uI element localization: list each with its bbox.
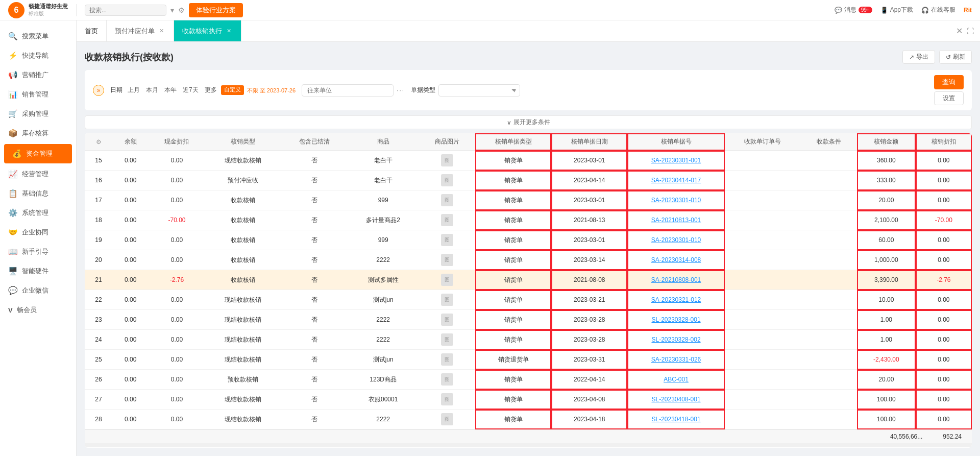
cell-doc-no[interactable]: ABC-001: [627, 370, 724, 390]
top-search-input[interactable]: [85, 5, 166, 16]
message-area[interactable]: 💬 消息 99+: [835, 6, 872, 14]
cell-doc-no[interactable]: SA-20210808-001: [627, 270, 724, 290]
cell-include-settled: 否: [281, 270, 348, 290]
cell-doc-date: 2023-03-01: [551, 230, 627, 250]
sidebar-item-guide-label: 新手引导: [22, 247, 48, 256]
table-header-row: ⚙ 余额 现金折扣 核销类型 包含已结清 商品 商品图片 核销单据类型 核销单据…: [85, 133, 972, 151]
doctype-filter-select[interactable]: 销货单 销货退货单: [438, 84, 520, 97]
sidebar-item-marketing[interactable]: 📢 营销推广: [0, 65, 76, 85]
cell-receipt-order-no: [725, 190, 801, 210]
cell-id: 19: [85, 230, 112, 250]
receipt-cancel-tab-close[interactable]: ✕: [225, 27, 233, 35]
prepay-tab-close[interactable]: ✕: [158, 27, 165, 35]
cell-doc-no[interactable]: SL-20230328-002: [627, 330, 724, 350]
cell-doc-no[interactable]: SA-20230301-001: [627, 151, 724, 171]
cell-doc-no[interactable]: SA-20230414-017: [627, 171, 724, 190]
tab-home[interactable]: 首页: [77, 20, 107, 41]
sidebar-item-finance[interactable]: 💰 资金管理: [4, 144, 72, 163]
cell-doc-no[interactable]: SA-20210813-001: [627, 210, 724, 230]
partner-filter-dots[interactable]: ···: [397, 87, 405, 94]
expand-more-bar[interactable]: ∨ 展开更多条件: [85, 115, 972, 129]
cell-balance: 0.00: [112, 310, 149, 330]
cell-doc-no[interactable]: SL-20230328-001: [627, 310, 724, 330]
sidebar-item-collab-label: 企业协同: [22, 228, 48, 237]
sidebar-item-purchase[interactable]: 🛒 采购管理: [0, 104, 76, 124]
th-cancel-amount: 核销金额: [857, 133, 916, 151]
gear-settings-icon[interactable]: ⚙: [96, 138, 102, 146]
gear-icon[interactable]: ⚙: [178, 6, 185, 14]
cell-doc-no[interactable]: SA-20230301-010: [627, 190, 724, 210]
tab-receipt-cancel[interactable]: 收款核销执行 ✕: [174, 20, 241, 41]
headset-icon: 🎧: [921, 7, 929, 14]
cell-cash-discount: -2.76: [149, 270, 205, 290]
export-button[interactable]: ↗ 导出: [902, 50, 935, 64]
cell-doc-date: 2021-08-13: [551, 210, 627, 230]
date-filter-more[interactable]: 更多: [203, 85, 219, 95]
sidebar-item-sales[interactable]: 📊 销售管理: [0, 85, 76, 104]
sidebar-item-operations[interactable]: 📈 经营管理: [0, 164, 76, 184]
page-content: 收款核销执行(按收款) ↗ 导出 ↺ 刷新 » 日期: [77, 42, 980, 456]
partner-filter-input[interactable]: [302, 84, 394, 97]
date-filter-this-year[interactable]: 本年: [162, 85, 179, 95]
date-filter-custom[interactable]: 自定义: [221, 85, 244, 95]
cell-cash-discount: 0.00: [149, 290, 205, 310]
sidebar-item-guide[interactable]: 📖 新手引导: [0, 242, 76, 261]
cell-doc-date: 2023-04-14: [551, 171, 627, 190]
user-area[interactable]: Rit: [964, 7, 972, 14]
cell-doc-type: 销货单: [475, 410, 551, 429]
cell-include-settled: 否: [281, 290, 348, 310]
cell-balance: 0.00: [112, 290, 149, 310]
date-filter-7days[interactable]: 近7天: [181, 85, 201, 95]
cell-cancel-amount: 2,100.00: [857, 210, 916, 230]
sidebar-item-collab[interactable]: 🤝 企业协同: [0, 223, 76, 242]
sidebar-item-basic[interactable]: 📋 基础信息: [0, 184, 76, 203]
cell-cancel-type: 现结收款核销: [205, 410, 281, 429]
online-service-area[interactable]: 🎧 在线客服: [921, 6, 955, 14]
cell-doc-type: 销货单: [475, 151, 551, 171]
horizontal-scrollbar[interactable]: [85, 443, 972, 447]
query-button[interactable]: 查询: [934, 75, 964, 89]
chevron-down-icon[interactable]: ▾: [170, 6, 174, 14]
doctype-chevron-icon: ▾: [513, 87, 516, 94]
finance-icon: 💰: [12, 149, 22, 158]
cell-product-img: 图: [419, 350, 475, 370]
industry-solution-button[interactable]: 体验行业方案: [189, 3, 243, 17]
close-window-icon[interactable]: ✕: [956, 26, 963, 36]
th-gear[interactable]: ⚙: [85, 133, 112, 151]
cell-receipt-order-no: [725, 370, 801, 390]
cell-product: 2222: [347, 250, 419, 270]
download-icon: 📱: [880, 7, 888, 14]
cell-id: 18: [85, 210, 112, 230]
app-download-area[interactable]: 📱 App下载: [880, 6, 913, 14]
date-filter-last-month[interactable]: 上月: [126, 85, 142, 95]
cell-include-settled: 否: [281, 410, 348, 429]
cell-doc-type: 销货单: [475, 390, 551, 410]
message-icon: 💬: [835, 7, 842, 14]
sidebar-item-inventory[interactable]: 📦 库存核算: [0, 124, 76, 143]
sidebar-item-hardware[interactable]: 🖥️ 智能硬件: [0, 261, 76, 281]
th-doc-no: 核销单据号: [627, 133, 724, 151]
filter-expand-button[interactable]: »: [93, 85, 104, 96]
search-icon: 🔍: [8, 32, 18, 41]
setting-button[interactable]: 设置: [934, 91, 964, 105]
sidebar-item-member[interactable]: V 畅会员: [0, 300, 76, 320]
date-filter-this-month[interactable]: 本月: [144, 85, 160, 95]
cell-doc-no[interactable]: SA-20230301-010: [627, 230, 724, 250]
cell-product: 测试jun: [347, 290, 419, 310]
cell-doc-no[interactable]: SL-20230418-001: [627, 410, 724, 429]
refresh-button[interactable]: ↺ 刷新: [939, 50, 972, 64]
sidebar-item-search[interactable]: 🔍 搜索菜单: [0, 27, 76, 46]
cell-cancel-amount: 1,000.00: [857, 250, 916, 270]
sidebar-item-wechat[interactable]: 💬 企业微信: [0, 281, 76, 300]
cell-cancel-discount: 0.00: [916, 350, 972, 370]
cell-cancel-discount: -2.76: [916, 270, 972, 290]
cell-doc-no[interactable]: SA-20230314-008: [627, 250, 724, 270]
tab-prepay[interactable]: 预付冲应付单 ✕: [107, 20, 174, 41]
cell-doc-no[interactable]: SA-20230321-012: [627, 290, 724, 310]
cell-doc-no[interactable]: SL-20230408-001: [627, 390, 724, 410]
maximize-icon[interactable]: ⛶: [967, 27, 974, 35]
prepay-tab-label: 预付冲应付单: [115, 27, 155, 36]
sidebar-item-system[interactable]: ⚙️ 系统管理: [0, 203, 76, 223]
sidebar-item-quicknav[interactable]: ⚡ 快捷导航: [0, 46, 76, 65]
cell-doc-no[interactable]: SA-20230331-026: [627, 350, 724, 370]
